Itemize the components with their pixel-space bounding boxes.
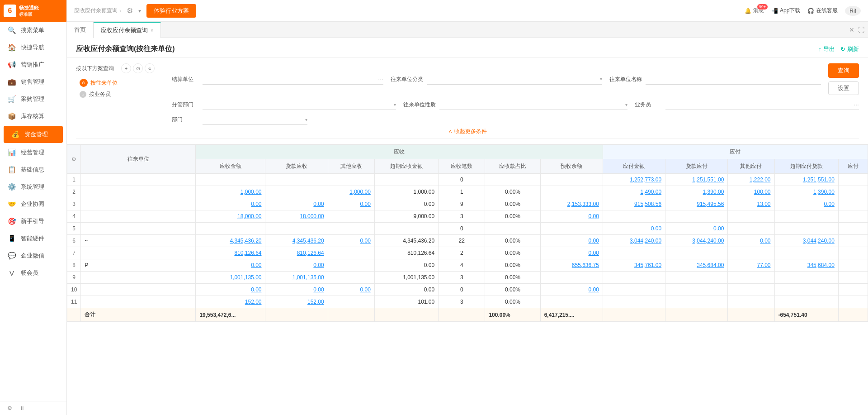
salesperson-dots[interactable]: ···: [854, 101, 859, 108]
sidebar-item-finance[interactable]: 💰 资金管理: [4, 126, 63, 143]
sidebar-menu: 🔍 搜索菜单 🏠 快捷导航 📢 营销推广 💼 销售管理 🛒 采购管理 📦 库存核…: [0, 22, 66, 401]
collapse-icon: ∧: [448, 128, 453, 134]
settlement-unit-field: 结算单位 ···: [172, 74, 383, 85]
table-footer-row: 合计 19,553,472,6... 100.00% 6,417,215....: [67, 308, 868, 322]
page-inner: 应收应付余额查询(按往来单位) ↑ 导出 ↻ 刷新: [67, 38, 868, 415]
footer-pay-goods: [665, 308, 728, 322]
logo-icon: 6: [4, 5, 16, 17]
maximize-icon[interactable]: ⛶: [858, 26, 864, 33]
try-industry-button[interactable]: 体验行业方案: [146, 4, 196, 18]
settlement-unit-dots[interactable]: ···: [378, 76, 383, 83]
query-button[interactable]: 查询: [828, 63, 859, 78]
col-pay-extra: 应付: [838, 159, 868, 174]
table-row: 500.000.00: [67, 223, 868, 235]
marketing-icon: 📢: [7, 61, 16, 69]
partner-nature-field: 往来单位性质 ▾: [403, 100, 627, 110]
settings-button[interactable]: 设置: [828, 81, 859, 95]
home-icon: 🏠: [7, 43, 16, 52]
logo-text: 畅捷通账 标准版: [19, 5, 39, 17]
option-by-salesperson[interactable]: ○ 按业务员: [76, 89, 166, 100]
main-area: 应收应付余额查询 › ⚙ ▾ 体验行业方案 🔔 消息 99+ 📲 App下载 🎧…: [67, 0, 868, 415]
purchase-icon: 🛒: [7, 95, 16, 103]
filter-actions: + ⊙ «: [121, 63, 155, 73]
table-settings-col[interactable]: ⚙: [67, 145, 81, 174]
tab-bar: 首页 应收应付余额查询 × ✕ ⛶: [67, 22, 868, 38]
sidebar-item-nav[interactable]: 🏠 快捷导航: [0, 39, 66, 56]
finance-icon: 💰: [11, 130, 20, 138]
close-window-icon[interactable]: ✕: [849, 26, 854, 33]
department-label: 部门: [172, 116, 199, 124]
sidebar-item-guide[interactable]: 🎯 新手引导: [0, 213, 66, 230]
tab-close-icon[interactable]: ×: [151, 28, 153, 33]
partner-name-input[interactable]: [646, 74, 821, 84]
sidebar-item-purchase[interactable]: 🛒 采购管理: [0, 91, 66, 108]
sales-icon: 💼: [7, 78, 16, 86]
department-arrow: ▾: [305, 117, 307, 122]
sidebar-item-management[interactable]: 📊 经营管理: [0, 144, 66, 161]
partner-category-label: 往来单位分类: [391, 76, 423, 83]
footer-rec-advance[interactable]: 6,417,215....: [540, 308, 603, 322]
tab-home[interactable]: 首页: [67, 22, 94, 38]
footer-pay-extra: [838, 308, 868, 322]
sidebar-item-corp[interactable]: 🤝 企业协同: [0, 196, 66, 213]
settlement-unit-label: 结算单位: [172, 76, 199, 83]
collapse-bar[interactable]: ∧ 收起更多条件: [76, 125, 859, 138]
col-group-receivable: 应收: [196, 145, 603, 159]
add-scheme-button[interactable]: +: [121, 63, 131, 73]
sidebar-item-search[interactable]: 🔍 搜索菜单: [0, 22, 66, 39]
settlement-unit-input[interactable]: [203, 74, 378, 84]
partner-nature-input[interactable]: [439, 100, 625, 110]
user-avatar[interactable]: Rit: [845, 6, 861, 16]
settings-scheme-button[interactable]: ⊙: [133, 63, 143, 73]
refresh-icon: ↻: [840, 46, 845, 52]
collapse-scheme-button[interactable]: «: [145, 63, 155, 73]
sidebar-item-member[interactable]: V 畅会员: [0, 264, 66, 281]
online-service-label: 在线客服: [816, 7, 838, 14]
col-pay-other: 其他应付: [728, 159, 774, 174]
partner-name-label: 往来单位名称: [609, 76, 642, 83]
pause-footer-icon[interactable]: ⏸: [19, 405, 25, 411]
sidebar-item-inventory[interactable]: 📦 库存核算: [0, 108, 66, 125]
dept-manager-input[interactable]: [203, 100, 394, 110]
refresh-button[interactable]: ↻ 刷新: [840, 45, 859, 53]
download-icon: 📲: [771, 8, 778, 14]
system-icon: ⚙️: [7, 183, 16, 191]
chevron-down-icon[interactable]: ▾: [138, 8, 141, 14]
option-by-partner[interactable]: ⊙ 按往来单位: [76, 77, 166, 89]
footer-rec-amount[interactable]: 19,553,472,6...: [196, 308, 265, 322]
col-pay-overdue: 超期应付货款: [774, 159, 838, 174]
app-download-item[interactable]: 📲 App下载: [771, 7, 800, 14]
user-name: Rit: [849, 8, 856, 14]
tab-receivable-payable[interactable]: 应收应付余额查询 ×: [94, 22, 161, 38]
corp-icon: 🤝: [7, 200, 16, 208]
filter-area: 按以下方案查询 + ⊙ « ⊙ 按往来单位 ○: [67, 58, 868, 144]
department-input[interactable]: [203, 114, 305, 124]
settings-gear-icon[interactable]: ⚙: [127, 6, 133, 15]
sidebar-item-marketing[interactable]: 📢 营销推广: [0, 56, 66, 73]
collapse-label: 收起更多条件: [454, 128, 487, 134]
page-header: 应收应付余额查询(按往来单位) ↑ 导出 ↻ 刷新: [67, 38, 868, 58]
online-service-item[interactable]: 🎧 在线客服: [807, 7, 838, 14]
col-group-payable: 应付: [603, 145, 868, 159]
notification-item[interactable]: 🔔 消息 99+: [745, 7, 764, 14]
col-rec-other: 其他应收: [328, 159, 374, 174]
col-rec-overdue: 超期应收金额: [374, 159, 438, 174]
tab-active-label: 应收应付余额查询: [101, 26, 148, 34]
sidebar-footer: ⚙ ⏸: [0, 401, 66, 415]
notification-count: 99+: [757, 4, 768, 10]
partner-category-input[interactable]: [427, 74, 600, 84]
table-row: 418,000.0018,000.009,000.0030.00%0.00: [67, 210, 868, 223]
settings-footer-icon[interactable]: ⚙: [7, 405, 12, 411]
sidebar-item-system[interactable]: ⚙️ 系统管理: [0, 178, 66, 196]
sidebar-item-sales[interactable]: 💼 销售管理: [0, 73, 66, 91]
sidebar-item-hardware[interactable]: 📱 智能硬件: [0, 230, 66, 247]
search-icon: 🔍: [7, 26, 16, 34]
footer-pay-overdue: -654,751.40: [774, 308, 838, 322]
salesperson-input[interactable]: [665, 100, 854, 110]
sidebar-item-basic-info[interactable]: 📋 基础信息: [0, 161, 66, 178]
export-button[interactable]: ↑ 导出: [819, 45, 835, 53]
footer-pay-other: [728, 308, 774, 322]
guide-icon: 🎯: [7, 217, 16, 225]
inventory-icon: 📦: [7, 112, 16, 120]
sidebar-item-wechat[interactable]: 💬 企业微信: [0, 247, 66, 264]
